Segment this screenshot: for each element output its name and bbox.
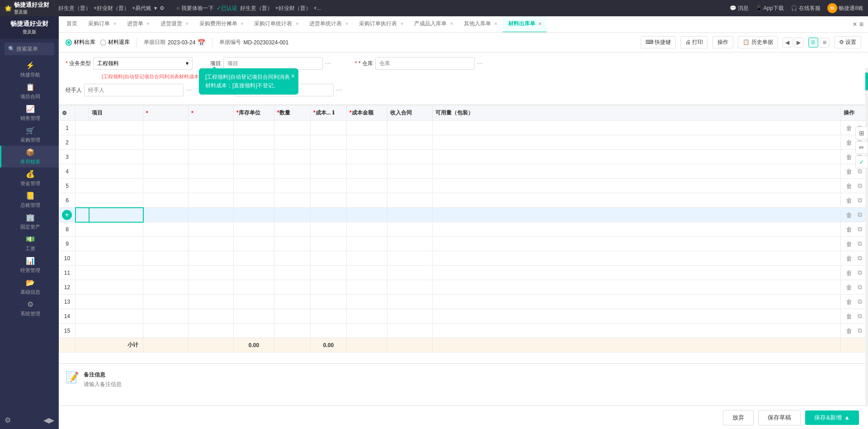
th-settings[interactable]: ⚙ bbox=[59, 105, 75, 121]
tooltip-close-btn[interactable]: × bbox=[291, 71, 295, 81]
delete-row-btn[interactable]: 🗑 bbox=[844, 181, 854, 191]
sidebar-item-inventory[interactable]: 📦 库存核算 bbox=[0, 146, 59, 167]
tab-more[interactable]: ≡ bbox=[859, 20, 863, 29]
tab-close-material-issue[interactable]: × bbox=[539, 21, 542, 26]
calendar-icon[interactable]: 📅 bbox=[198, 39, 205, 46]
nav-dropdown[interactable]: ▾ bbox=[154, 5, 157, 11]
tab-close-purchase-order[interactable]: × bbox=[113, 21, 116, 26]
tab-material-issue[interactable]: 材料出库单 × bbox=[503, 16, 547, 33]
delete-row-btn[interactable]: 🗑 bbox=[844, 297, 854, 306]
tab-purchase-exec[interactable]: 采购订单执行表 × bbox=[354, 16, 409, 33]
right-panel-btn-3[interactable]: ✓ bbox=[855, 156, 868, 168]
discard-button[interactable]: 放弃 bbox=[723, 410, 754, 425]
scrollbar[interactable] bbox=[865, 68, 868, 406]
delete-row-btn[interactable]: 🗑 bbox=[844, 239, 854, 248]
save-draft-button[interactable]: 保存草稿 bbox=[758, 410, 801, 425]
tab-close-purchase-exec[interactable]: × bbox=[401, 21, 403, 26]
save-new-button[interactable]: 保存&新增 ▲ bbox=[805, 410, 859, 425]
tab-receipt-stat[interactable]: 进货单统计表 × bbox=[304, 16, 354, 33]
copy-row-btn[interactable]: ⧉ bbox=[855, 283, 864, 292]
tab-home[interactable]: 首页 bbox=[61, 16, 83, 33]
add-row-btn[interactable]: + bbox=[62, 210, 72, 220]
copy-row-btn[interactable]: ⧉ bbox=[855, 312, 864, 321]
nav-item-5[interactable]: +好业财（普） bbox=[275, 5, 311, 12]
delete-row-btn[interactable]: 🗑 bbox=[844, 153, 854, 162]
copy-row-btn[interactable]: ⧉ bbox=[855, 210, 864, 219]
copy-row-btn[interactable]: ⧉ bbox=[855, 181, 864, 191]
print-btn[interactable]: 🖨 打印 bbox=[680, 36, 708, 48]
save-dropdown-icon[interactable]: ▲ bbox=[844, 414, 850, 421]
sidebar-item-base-info[interactable]: 📂 基础信息 bbox=[0, 276, 59, 298]
sidebar-item-finance[interactable]: 💰 资金管理 bbox=[0, 167, 59, 189]
copy-row-btn[interactable]: ⧉ bbox=[855, 326, 864, 335]
handler-input[interactable] bbox=[84, 84, 184, 96]
tab-close-other-receipt[interactable]: × bbox=[495, 21, 497, 26]
sidebar-item-system[interactable]: ⚙ 系统管理 bbox=[0, 298, 59, 319]
nav-settings[interactable]: ⚙ bbox=[160, 5, 165, 11]
sidebar-item-salary[interactable]: 💵 工资 bbox=[0, 233, 59, 254]
warehouse-dots[interactable]: ··· bbox=[477, 59, 483, 67]
grid-view-btn[interactable]: ⊞ bbox=[820, 38, 830, 48]
right-panel-btn-1[interactable]: ⊞ bbox=[855, 127, 868, 139]
warehouse-input[interactable] bbox=[375, 57, 475, 70]
delete-row-btn[interactable]: 🗑 bbox=[844, 196, 854, 205]
tab-close-finished-goods[interactable]: × bbox=[450, 21, 453, 26]
delete-row-btn[interactable]: 🗑 bbox=[844, 210, 854, 219]
sidebar-item-ledger[interactable]: 📒 总账管理 bbox=[0, 189, 59, 211]
delete-row-btn[interactable]: 🗑 bbox=[844, 167, 854, 176]
copy-row-btn[interactable]: ⧉ bbox=[855, 196, 864, 205]
sidebar-item-quick-nav[interactable]: ⚡ 快捷导航 bbox=[0, 59, 59, 81]
nav-item-2[interactable]: +好业财（普） bbox=[94, 5, 129, 12]
sidebar-item-sales[interactable]: 📈 销售管理 bbox=[0, 102, 59, 124]
row-project[interactable] bbox=[75, 121, 143, 135]
tab-goods-receipt[interactable]: 进货单 × bbox=[122, 16, 155, 33]
tab-close-receipt-stat[interactable]: × bbox=[345, 21, 348, 26]
settings-btn[interactable]: ⚙ 设置 bbox=[834, 36, 861, 48]
sidebar-settings-btn[interactable]: ⚙ bbox=[5, 416, 11, 424]
nav-trial[interactable]: ○ 我要体验一下 bbox=[176, 5, 214, 12]
handler-dots[interactable]: ··· bbox=[186, 86, 192, 94]
search-menu-btn[interactable]: 🔍 搜索菜单 bbox=[5, 43, 54, 55]
right-panel-btn-2[interactable]: ✏ bbox=[855, 141, 868, 154]
next-btn[interactable]: ▶ bbox=[794, 38, 804, 48]
shortcut-btn[interactable]: ⌨ 快捷键 bbox=[641, 36, 676, 48]
copy-row-btn[interactable]: ⧉ bbox=[855, 268, 864, 277]
tab-purchase-stat[interactable]: 采购订单统计表 × bbox=[249, 16, 304, 33]
history-btn[interactable]: 📋 历史单据 bbox=[738, 36, 778, 48]
tab-close-goods-receipt[interactable]: × bbox=[147, 21, 150, 26]
delete-row-btn[interactable]: 🗑 bbox=[844, 138, 854, 147]
sidebar-item-project[interactable]: 📋 项目合同 bbox=[0, 81, 59, 102]
nav-item-4[interactable]: 好生意（普） bbox=[240, 5, 273, 12]
tab-close-goods-return[interactable]: × bbox=[186, 21, 189, 26]
tab-close-purchase-expense[interactable]: × bbox=[241, 21, 244, 26]
project-input[interactable] bbox=[223, 57, 323, 70]
nav-item-3[interactable]: +易代账 bbox=[132, 5, 151, 12]
tab-goods-return[interactable]: 进货退货 × bbox=[155, 16, 194, 33]
tab-purchase-expense[interactable]: 采购费用分摊单 × bbox=[194, 16, 249, 33]
delete-row-btn[interactable]: 🗑 bbox=[844, 254, 854, 263]
nav-item-1[interactable]: 好生意（普） bbox=[58, 5, 91, 12]
delete-row-btn[interactable]: 🗑 bbox=[844, 124, 854, 133]
income-contract-dots[interactable]: ··· bbox=[336, 86, 342, 94]
delete-row-btn[interactable]: 🗑 bbox=[844, 225, 854, 234]
project-dots[interactable]: ··· bbox=[325, 59, 331, 67]
business-type-select[interactable]: 工程领料 ▾ bbox=[93, 57, 193, 70]
tab-finished-goods[interactable]: 产成品入库单 × bbox=[409, 16, 458, 33]
tab-close-purchase-stat[interactable]: × bbox=[296, 21, 298, 26]
copy-row-btn[interactable]: ⧉ bbox=[855, 297, 864, 306]
delete-row-btn[interactable]: 🗑 bbox=[844, 326, 854, 335]
copy-row-btn[interactable]: ⧉ bbox=[855, 254, 864, 263]
copy-row-btn[interactable]: ⧉ bbox=[855, 239, 864, 248]
sidebar-item-purchase[interactable]: 🛒 采购管理 bbox=[0, 124, 59, 146]
operation-btn[interactable]: 操作 bbox=[712, 36, 733, 48]
tab-other-receipt[interactable]: 其他入库单 × bbox=[458, 16, 503, 33]
tab-close-all[interactable]: × bbox=[853, 20, 857, 29]
tab-purchase-order[interactable]: 采购订单 × bbox=[83, 16, 122, 33]
list-view-btn[interactable]: ☰ bbox=[808, 38, 818, 48]
sidebar-item-assets[interactable]: 🏢 固定资产 bbox=[0, 211, 59, 233]
sidebar-item-management[interactable]: 📊 经营管理 bbox=[0, 254, 59, 276]
row-7-col2[interactable] bbox=[89, 208, 143, 222]
prev-btn[interactable]: ◀ bbox=[783, 38, 793, 48]
message-btn[interactable]: 💬 消息 bbox=[730, 5, 749, 12]
user-info[interactable]: 畅 畅捷通8账 bbox=[827, 3, 863, 13]
